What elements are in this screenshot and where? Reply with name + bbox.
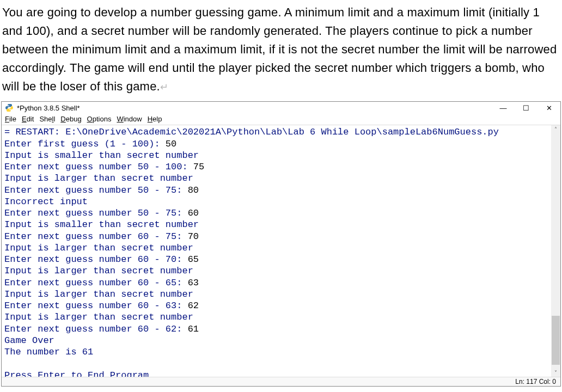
- window-title: *Python 3.8.5 Shell*: [17, 104, 80, 112]
- paragraph-mark-icon: ↵: [160, 82, 168, 93]
- menu-edit[interactable]: Edit: [22, 115, 34, 123]
- python-shell-window: *Python 3.8.5 Shell* — ☐ ✕ File Edit She…: [1, 101, 561, 387]
- titlebar: *Python 3.8.5 Shell* — ☐ ✕: [2, 102, 560, 114]
- statusbar: Ln: 117 Col: 0: [2, 377, 560, 386]
- titlebar-left: *Python 3.8.5 Shell*: [5, 103, 80, 112]
- menu-debug[interactable]: Debug: [60, 115, 81, 123]
- window-controls: — ☐ ✕: [497, 104, 557, 112]
- maximize-button[interactable]: ☐: [520, 104, 532, 112]
- minimize-button[interactable]: —: [497, 104, 509, 112]
- scrollbar[interactable]: ˄ ˅: [551, 125, 560, 377]
- shell-body: = RESTART: E:\OneDrive\Academic\202021A\…: [2, 125, 560, 377]
- cursor-position: Ln: 117 Col: 0: [515, 378, 556, 385]
- menubar: File Edit Shell Debug Options Window Hel…: [2, 114, 560, 125]
- python-icon: [5, 103, 14, 112]
- menu-window[interactable]: Window: [117, 115, 142, 123]
- menu-shell[interactable]: Shell: [39, 115, 55, 123]
- menu-help[interactable]: Help: [148, 115, 162, 123]
- close-button[interactable]: ✕: [543, 104, 555, 112]
- instructions-body: You are going to develop a number guessi…: [2, 5, 557, 93]
- scroll-up-icon[interactable]: ˄: [554, 125, 557, 133]
- scroll-thumb[interactable]: [552, 316, 560, 365]
- shell-content[interactable]: = RESTART: E:\OneDrive\Academic\202021A\…: [2, 125, 560, 377]
- menu-options[interactable]: Options: [87, 115, 112, 123]
- menu-file[interactable]: File: [5, 115, 16, 123]
- instructions-text: You are going to develop a number guessi…: [0, 0, 562, 101]
- scroll-down-icon[interactable]: ˅: [554, 369, 557, 377]
